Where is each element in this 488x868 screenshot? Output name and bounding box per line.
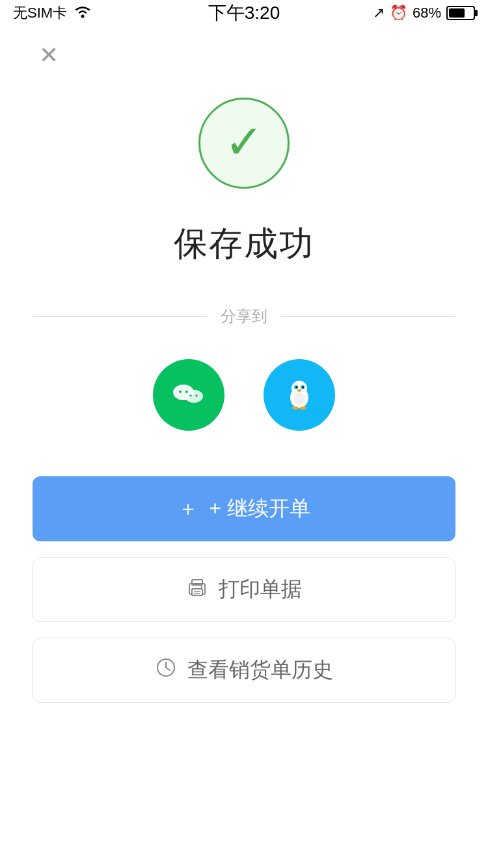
status-time: 下午3:20 [208,1,280,25]
carrier-text: 无SIM卡 [13,3,67,23]
success-circle: ✓ [198,98,290,189]
divider-left [33,316,208,317]
wifi-icon [74,4,92,22]
qq-icon [280,375,319,414]
status-bar: 无SIM卡 下午3:20 ↗ ⏰ 68% [0,0,488,26]
main-content: ✕ ✓ 保存成功 分享到 [0,26,488,868]
status-right: ↗ ⏰ 68% [373,5,475,21]
close-button[interactable]: ✕ [33,39,65,72]
svg-point-12 [303,387,305,388]
status-left: 无SIM卡 [13,3,92,23]
svg-rect-19 [192,589,202,595]
clock-icon [155,657,177,684]
svg-point-13 [297,389,302,392]
success-title: 保存成功 [174,221,314,267]
share-divider: 分享到 [33,306,455,327]
svg-point-3 [179,390,182,393]
wechat-icon [169,375,208,414]
history-button[interactable]: 查看销货单历史 [33,638,455,703]
printer-icon [186,576,208,603]
share-icons [153,359,335,431]
svg-point-0 [81,15,85,18]
svg-line-25 [166,668,170,670]
svg-point-22 [201,586,203,588]
history-label: 查看销货单历史 [187,656,333,685]
svg-point-11 [296,387,298,388]
svg-point-6 [195,394,198,397]
print-label: 打印单据 [219,575,302,604]
qq-share-button[interactable] [264,359,335,431]
svg-point-5 [189,394,192,397]
battery-percent: 68% [413,5,441,21]
svg-point-14 [293,392,305,405]
checkmark-icon: ✓ [224,118,264,165]
plus-icon: ＋ [178,495,198,523]
battery-icon [446,6,475,20]
svg-point-4 [185,390,188,393]
close-icon: ✕ [39,44,59,67]
svg-point-15 [292,407,299,410]
continue-button[interactable]: ＋ + 继续开单 [33,476,455,541]
svg-point-16 [300,407,306,410]
alarm-icon: ⏰ [390,5,407,21]
share-label: 分享到 [221,306,267,327]
wechat-share-button[interactable] [153,359,224,431]
location-icon: ↗ [373,5,385,21]
print-button[interactable]: 打印单据 [33,557,455,622]
continue-label: + 继续开单 [209,495,310,523]
action-buttons: ＋ + 继续开单 打印单据 [33,476,455,703]
divider-right [280,316,455,317]
